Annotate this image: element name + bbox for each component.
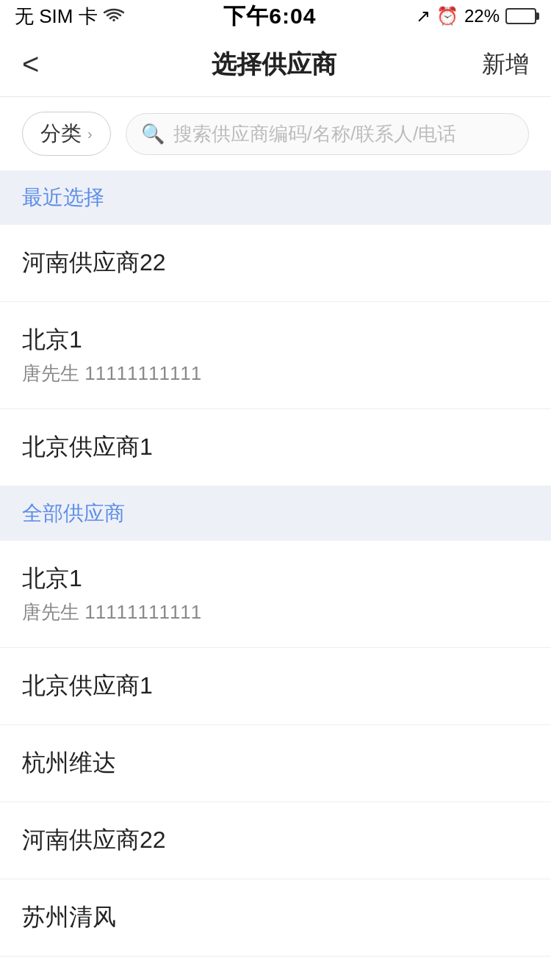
- list-item[interactable]: 杭州维达: [0, 725, 551, 802]
- search-placeholder: 搜索供应商编码/名称/联系人/电话: [173, 121, 457, 147]
- battery-text: 22%: [464, 6, 500, 26]
- nav-bar: < 选择供应商 新增: [0, 32, 551, 97]
- list-item[interactable]: 北京供应商1: [0, 409, 551, 486]
- category-label: 分类: [40, 120, 82, 148]
- item-name: 北京供应商1: [22, 431, 529, 464]
- status-right: ↗ ⏰ 22%: [416, 6, 536, 26]
- recent-section-header: 最近选择: [0, 170, 551, 225]
- list-item[interactable]: 苏州清风: [0, 879, 551, 956]
- list-item[interactable]: 北京供应商1: [0, 648, 551, 725]
- location-icon: ↗: [416, 6, 431, 26]
- item-name: 杭州维达: [22, 747, 529, 779]
- page-title: 选择供应商: [212, 48, 336, 82]
- list-item[interactable]: 河南供应商22: [0, 802, 551, 879]
- status-left: 无 SIM 卡: [15, 4, 124, 29]
- item-name: 北京1: [22, 563, 529, 595]
- list-item[interactable]: 河南供应商22: [0, 225, 551, 302]
- add-button[interactable]: 新增: [482, 48, 529, 81]
- sim-text: 无 SIM 卡: [15, 4, 98, 29]
- chevron-right-icon: ›: [87, 126, 93, 143]
- item-name: 北京1: [22, 324, 529, 356]
- list-item[interactable]: 北京1 唐先生 11111111111: [0, 302, 551, 409]
- search-icon: 🔍: [141, 123, 165, 145]
- all-section-header: 全部供应商: [0, 486, 551, 541]
- status-time: 下午6:04: [223, 1, 316, 32]
- item-name: 河南供应商22: [22, 247, 529, 279]
- battery-icon: [505, 8, 536, 24]
- list-item[interactable]: 北京1 唐先生 11111111111: [0, 541, 551, 648]
- item-sub: 唐先生 11111111111: [22, 599, 529, 625]
- item-name: 苏州清风: [22, 901, 529, 934]
- filter-bar: 分类 › 🔍 搜索供应商编码/名称/联系人/电话: [0, 97, 551, 170]
- item-sub: 唐先生 11111111111: [22, 361, 529, 386]
- all-items-list: 北京1 唐先生 11111111111 北京供应商1 杭州维达 河南供应商22 …: [0, 541, 551, 956]
- back-button[interactable]: <: [22, 48, 66, 81]
- item-name: 河南供应商22: [22, 824, 529, 857]
- search-box[interactable]: 🔍 搜索供应商编码/名称/联系人/电话: [126, 113, 529, 155]
- status-bar: 无 SIM 卡 下午6:04 ↗ ⏰ 22%: [0, 0, 551, 32]
- recent-items-list: 河南供应商22 北京1 唐先生 11111111111 北京供应商1: [0, 225, 551, 486]
- wifi-icon: [104, 8, 124, 24]
- alarm-icon: ⏰: [436, 6, 458, 26]
- category-button[interactable]: 分类 ›: [22, 112, 111, 156]
- item-name: 北京供应商1: [22, 670, 529, 702]
